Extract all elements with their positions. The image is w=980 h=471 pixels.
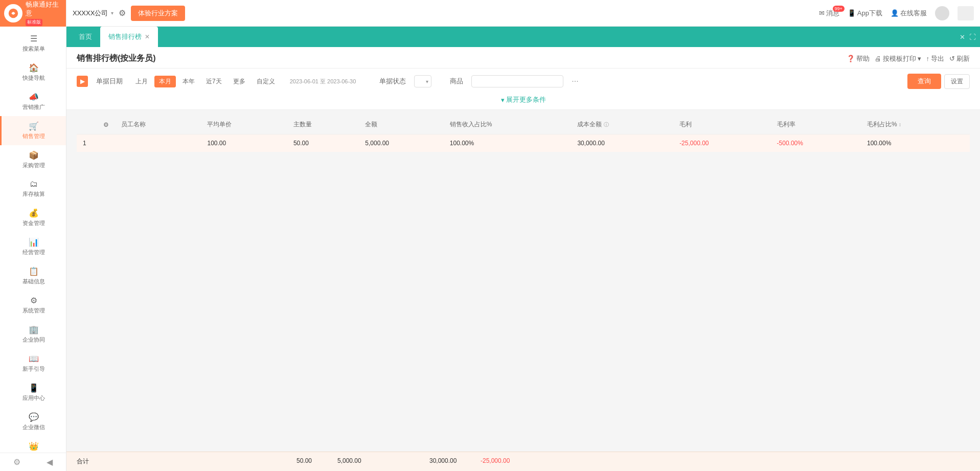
table-header-row: ⚙ 员工名称 平均单价 主数量 全额 销售收入占比% 成本全额 ⓘ 毛利 毛利率… bbox=[77, 115, 970, 134]
sidebar-item-enterprise[interactable]: 🏢 企业协同 bbox=[0, 320, 66, 349]
sidebar-item-inventory[interactable]: 🗂 库存核算 bbox=[0, 174, 66, 203]
message-badge: 99+ bbox=[833, 6, 845, 12]
grosspct-help-icon[interactable]: ↕ bbox=[899, 122, 901, 127]
footer-gross: -25,000.00 bbox=[481, 457, 532, 466]
date-opt-this-month[interactable]: 本月 bbox=[154, 76, 176, 87]
company-selector[interactable]: XXXXX公司 ▾ bbox=[73, 9, 113, 18]
th-settings[interactable]: ⚙ bbox=[97, 115, 115, 134]
filter-row-1: ▶ 单据日期 上月 本月 本年 近7天 更多 自定义 2023-06-01 至 … bbox=[77, 74, 970, 89]
footer-bar: 合计 50.00 5,000.00 30,000.00 -25,000.00 bbox=[66, 452, 980, 471]
sidebar-label-basic-info: 基础信息 bbox=[22, 278, 45, 285]
status-select[interactable] bbox=[414, 75, 431, 87]
export-btn[interactable]: ↑ 导出 bbox=[926, 54, 945, 63]
sidebar-label-wechat: 企业微信 bbox=[22, 423, 45, 431]
trial-btn[interactable]: 体验行业方案 bbox=[131, 6, 185, 21]
tabs-right-actions: ✕ ⛶ bbox=[960, 33, 976, 41]
sidebar-item-wechat[interactable]: 💬 企业微信 bbox=[0, 407, 66, 436]
status-select-wrap bbox=[414, 75, 431, 87]
sidebar-label-enterprise: 企业协同 bbox=[22, 336, 45, 344]
sidebar-icon-basic-info: 📋 bbox=[29, 266, 39, 276]
th-rank bbox=[77, 115, 97, 134]
cost-help-icon[interactable]: ⓘ bbox=[604, 122, 609, 127]
cell-sales-pct: 100.00% bbox=[444, 134, 572, 152]
footer-amount: 5,000.00 bbox=[337, 457, 383, 466]
query-btn[interactable]: 查询 bbox=[907, 74, 941, 89]
sidebar-icon-search: ☰ bbox=[30, 34, 37, 43]
message-btn[interactable]: ✉ 消息 99+ bbox=[819, 9, 839, 18]
header-actions: ❓ 帮助 🖨 按模板打印 ▾ ↑ 导出 ↺ 刷新 bbox=[847, 54, 970, 63]
date-opt-7days[interactable]: 近7天 bbox=[201, 76, 226, 87]
topbar-settings-icon[interactable]: ⚙ bbox=[119, 8, 126, 18]
logo-text: 畅康通好生意 标准版 bbox=[26, 1, 62, 26]
th-gross-pct: 毛利占比% ↕ bbox=[861, 115, 970, 134]
sidebar-item-marketing[interactable]: 📣 营销推广 bbox=[0, 87, 66, 116]
sidebar-item-search[interactable]: ☰ 搜索菜单 bbox=[0, 29, 66, 58]
table-settings-btn[interactable]: 设置 bbox=[944, 74, 970, 89]
help-icon: ❓ bbox=[847, 55, 855, 62]
print-btn[interactable]: 🖨 按模板打印 ▾ bbox=[875, 54, 921, 63]
app-icon: 📱 bbox=[848, 9, 856, 17]
print-icon: 🖨 bbox=[875, 55, 881, 62]
footer-label: 合计 bbox=[77, 457, 297, 466]
company-dropdown-icon: ▾ bbox=[111, 10, 113, 16]
th-avg-price: 平均单价 bbox=[201, 115, 287, 134]
online-service-btn[interactable]: 👤 在线客服 bbox=[891, 9, 927, 18]
date-opt-custom[interactable]: 自定义 bbox=[252, 76, 280, 87]
refresh-btn[interactable]: ↺ 刷新 bbox=[949, 54, 970, 63]
query-actions: 查询 设置 bbox=[907, 74, 970, 89]
sidebar-item-sales[interactable]: 🛒 销售管理 bbox=[0, 116, 66, 145]
sidebar-settings-icon[interactable]: ⚙ bbox=[13, 457, 20, 467]
user-menu[interactable] bbox=[958, 6, 974, 20]
sidebar-item-purchase[interactable]: 📦 采购管理 bbox=[0, 145, 66, 174]
tab-home[interactable]: 首页 bbox=[71, 27, 100, 47]
logo-icon bbox=[4, 4, 22, 23]
tab-close-icon[interactable]: ✕ bbox=[145, 33, 150, 40]
date-filter-label: 单据日期 bbox=[96, 77, 123, 86]
footer-sales-pct bbox=[383, 457, 429, 466]
goods-input[interactable] bbox=[471, 75, 563, 87]
sidebar-item-operations[interactable]: 📊 经营管理 bbox=[0, 232, 66, 261]
expand-more-btn[interactable]: ▾ 展开更多条件 bbox=[501, 95, 546, 104]
sidebar-item-member[interactable]: 👑 畅会员 bbox=[0, 436, 66, 453]
print-dropdown-icon: ▾ bbox=[918, 55, 921, 62]
goods-filter-label: 商品 bbox=[450, 77, 463, 86]
more-options-icon[interactable]: ··· bbox=[572, 77, 578, 86]
sidebar-item-finance[interactable]: 💰 资金管理 bbox=[0, 203, 66, 232]
tab-expand-icon[interactable]: ⛶ bbox=[969, 33, 976, 41]
content-header: 销售排行榜(按业务员) ❓ 帮助 🖨 按模板打印 ▾ ↑ 导出 ↺ 刷新 bbox=[66, 47, 980, 69]
sidebar-icon-marketing: 📣 bbox=[29, 92, 39, 102]
sidebar-item-quick-nav[interactable]: 🏠 快捷导航 bbox=[0, 58, 66, 87]
sidebar-bottom: ⚙ ◀ bbox=[0, 453, 66, 471]
sidebar-icon-enterprise: 🏢 bbox=[29, 325, 39, 334]
filter-toggle-btn[interactable]: ▶ bbox=[77, 76, 88, 87]
tab-home-label: 首页 bbox=[79, 32, 92, 41]
table-head: ⚙ 员工名称 平均单价 主数量 全额 销售收入占比% 成本全额 ⓘ 毛利 毛利率… bbox=[77, 115, 970, 134]
user-avatar[interactable] bbox=[935, 6, 949, 20]
date-opt-this-year[interactable]: 本年 bbox=[178, 76, 199, 87]
cell-gross-rate: -500.00% bbox=[771, 134, 861, 152]
help-btn[interactable]: ❓ 帮助 bbox=[847, 54, 870, 63]
sidebar-label-quick-nav: 快捷导航 bbox=[22, 74, 45, 82]
sidebar-item-system[interactable]: ⚙ 系统管理 bbox=[0, 290, 66, 320]
app-download-btn[interactable]: 📱 App下载 bbox=[848, 9, 882, 18]
tab-sales-ranking[interactable]: 销售排行榜 ✕ bbox=[100, 27, 158, 47]
sidebar-item-basic-info[interactable]: 📋 基础信息 bbox=[0, 261, 66, 290]
sidebar-collapse-icon[interactable]: ◀ bbox=[47, 457, 53, 467]
table-area: ⚙ 员工名称 平均单价 主数量 全额 销售收入占比% 成本全额 ⓘ 毛利 毛利率… bbox=[66, 110, 980, 452]
topbar: XXXXX公司 ▾ ⚙ 体验行业方案 ✉ 消息 99+ 📱 App下载 👤 在线… bbox=[66, 0, 980, 27]
date-opt-last-month[interactable]: 上月 bbox=[131, 76, 152, 87]
content-area: 销售排行榜(按业务员) ❓ 帮助 🖨 按模板打印 ▾ ↑ 导出 ↺ 刷新 bbox=[66, 47, 980, 471]
export-icon: ↑ bbox=[926, 55, 930, 62]
service-icon: 👤 bbox=[891, 9, 899, 17]
tab-sales-ranking-label: 销售排行榜 bbox=[108, 32, 142, 41]
tab-close-all-icon[interactable]: ✕ bbox=[960, 33, 965, 41]
table-row: 1 100.00 50.00 5,000.00 100.00% 30,000.0… bbox=[77, 134, 970, 152]
sidebar-item-app-center[interactable]: 📱 应用中心 bbox=[0, 378, 66, 407]
refresh-icon: ↺ bbox=[949, 55, 955, 62]
sidebar-item-guide[interactable]: 📖 新手引导 bbox=[0, 349, 66, 378]
expand-row: ▾ 展开更多条件 bbox=[77, 92, 970, 104]
cell-rank: 1 bbox=[77, 134, 97, 152]
th-sales-pct: 销售收入占比% bbox=[444, 115, 572, 134]
company-name: XXXXX公司 bbox=[73, 9, 108, 18]
date-opt-more[interactable]: 更多 bbox=[229, 76, 250, 87]
